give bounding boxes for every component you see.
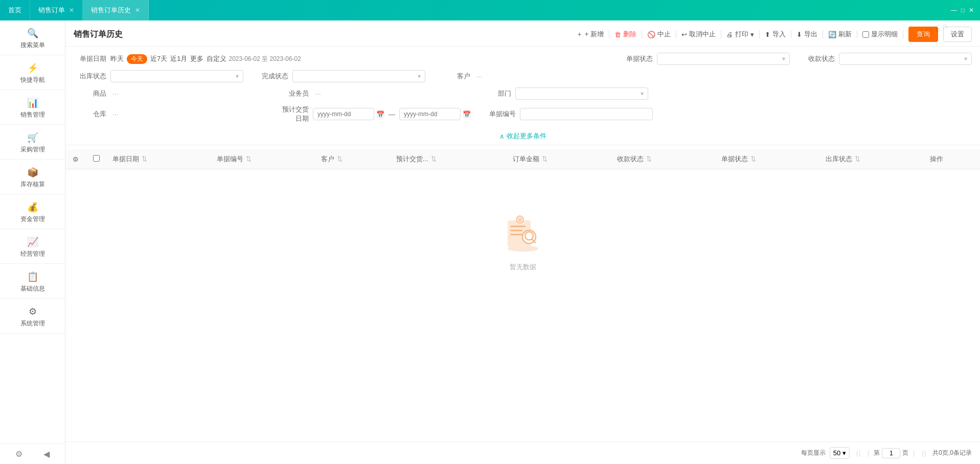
export-icon: ⬇: [796, 31, 802, 38]
warehouse-label: 仓库: [74, 109, 110, 119]
sidebar-item-sales[interactable]: 📊 销售管理: [0, 90, 65, 125]
th-settings[interactable]: ⚙: [65, 149, 86, 169]
customer-dots-button[interactable]: ···: [476, 72, 483, 80]
page-size-select[interactable]: 50 ▾: [830, 447, 850, 459]
th-checkbox[interactable]: [86, 149, 106, 169]
th-outbound-status[interactable]: 出库状态 ⇅: [819, 149, 924, 169]
receipt-status-select[interactable]: ▾: [839, 53, 972, 65]
display-detail-checkbox-label[interactable]: 显示明细: [862, 30, 898, 39]
date-more[interactable]: 更多: [190, 54, 203, 63]
empty-illustration: [497, 210, 549, 256]
sidebar-item-purchase[interactable]: 🛒 采购管理: [0, 125, 65, 160]
last-page-button[interactable]: ⟩⟩: [919, 449, 928, 457]
prev-page-button[interactable]: ⟨: [865, 449, 872, 457]
inventory-icon: 📦: [27, 167, 38, 178]
order-no-input[interactable]: [525, 111, 648, 118]
goods-dots-button[interactable]: ···: [112, 90, 119, 98]
complete-select[interactable]: ▾: [292, 70, 425, 82]
tab-sales-history-close[interactable]: ✕: [135, 7, 140, 14]
pagination: 每页显示 50 ▾ ⟨⟨ ⟨ 第 页 ⟩ ⟩⟩ 共0页,0条记录: [65, 441, 980, 464]
sidebar-item-basic-info[interactable]: 📋 基础信息: [0, 264, 65, 299]
sidebar-item-inventory[interactable]: 📦 库存核算: [0, 160, 65, 194]
th-outbound-status-sort-icon: ⇅: [855, 155, 860, 163]
order-no-label: 单据编号: [483, 109, 520, 119]
sidebar-item-operations[interactable]: 📈 经营管理: [0, 229, 65, 264]
delete-button[interactable]: 🗑 删除: [614, 30, 636, 39]
sidebar-item-system[interactable]: ⚙ 系统管理: [0, 299, 65, 334]
date-yesterday[interactable]: 昨天: [110, 54, 124, 63]
cancel-stop-button[interactable]: ↩ 取消中止: [681, 30, 716, 39]
svg-rect-3: [510, 230, 522, 231]
th-amount[interactable]: 订单金额 ⇅: [507, 149, 611, 169]
calendar-to-icon[interactable]: 📅: [463, 111, 471, 118]
tab-home[interactable]: 首页: [0, 0, 30, 20]
th-doc-status[interactable]: 单据状态 ⇅: [715, 149, 819, 169]
th-expected-date[interactable]: 预计交货... ⇅: [390, 149, 507, 169]
print-button[interactable]: 🖨 打印 ▾: [726, 30, 754, 39]
divider-8: [857, 30, 857, 38]
expected-date-label: 预计交货日期: [276, 105, 313, 123]
top-bar: 首页 销售订单 ✕ 销售订单历史 ✕ — □ ✕: [0, 0, 980, 20]
setting-button[interactable]: 设置: [943, 27, 972, 42]
table-area: ⚙ 单据日期 ⇅ 单据编号 ⇅: [65, 145, 980, 441]
sales-icon: 📊: [27, 97, 38, 108]
export-button[interactable]: ⬇ 导出: [796, 30, 817, 39]
sidebar-item-finance[interactable]: 💰 资金管理: [0, 194, 65, 229]
sidebar-item-search-label: 搜索菜单: [20, 41, 45, 50]
warehouse-dots-button[interactable]: ···: [112, 110, 119, 118]
sidebar-item-quick-nav[interactable]: ⚡ 快捷导航: [0, 55, 65, 90]
collapse-row[interactable]: ∧ 收起更多条件: [74, 128, 972, 145]
collapse-sidebar-icon[interactable]: ◀: [43, 449, 50, 459]
th-receipt-status-sort-icon: ⇅: [646, 155, 652, 163]
minimize-btn[interactable]: —: [951, 7, 957, 14]
total-info: 共0页,0条记录: [932, 449, 972, 457]
status-select[interactable]: ▾: [657, 53, 790, 65]
date-custom[interactable]: 自定义: [207, 54, 226, 63]
divider-5: [759, 30, 760, 38]
display-detail-checkbox[interactable]: [862, 31, 869, 38]
search-menu-icon: 🔍: [27, 28, 38, 39]
th-doc-status-sort-icon: ⇅: [750, 155, 756, 163]
receipt-status-arrow-icon: ▾: [964, 55, 967, 62]
tab-sales-history[interactable]: 销售订单历史 ✕: [83, 0, 149, 20]
date-today[interactable]: 今天: [127, 54, 147, 64]
import-button[interactable]: ⬆ 导入: [765, 30, 786, 39]
page-number-input[interactable]: [882, 448, 900, 458]
query-button[interactable]: 查询: [908, 27, 938, 42]
calendar-from-icon[interactable]: 📅: [376, 111, 384, 118]
tab-bar: 首页 销售订单 ✕ 销售订单历史 ✕: [0, 0, 951, 20]
maximize-btn[interactable]: □: [961, 7, 965, 14]
sidebar-item-search[interactable]: 🔍 搜索菜单: [0, 20, 65, 55]
date-1month[interactable]: 近1月: [170, 54, 187, 63]
stop-button[interactable]: 🚫 中止: [647, 30, 671, 39]
tab-sales-order-close[interactable]: ✕: [69, 7, 74, 14]
expected-date-to-input[interactable]: [399, 108, 461, 120]
refresh-button[interactable]: 🔄 刷新: [828, 30, 852, 39]
tab-sales-order[interactable]: 销售订单 ✕: [30, 0, 83, 20]
first-page-button[interactable]: ⟨⟨: [854, 449, 863, 457]
complete-label: 完成状态: [256, 72, 292, 81]
select-all-checkbox[interactable]: [93, 155, 100, 162]
salesperson-dots-button[interactable]: ···: [315, 90, 321, 98]
new-button[interactable]: ＋ + 新增: [576, 30, 604, 39]
th-doc-status-label: 单据状态: [721, 155, 748, 163]
page-header: 销售订单历史 ＋ + 新增 🗑 删除 🚫 中止 ↩: [65, 20, 980, 47]
close-btn[interactable]: ✕: [969, 7, 974, 14]
th-amount-sort-icon: ⇅: [542, 155, 548, 163]
settings-bottom-icon[interactable]: ⚙: [15, 449, 22, 459]
th-receipt-status[interactable]: 收款状态 ⇅: [611, 149, 715, 169]
date-dash: —: [389, 111, 395, 118]
tab-home-label: 首页: [8, 6, 21, 15]
sidebar-item-system-label: 系统管理: [20, 319, 45, 328]
department-select[interactable]: ▾: [515, 87, 648, 100]
complete-arrow-icon: ▾: [418, 73, 421, 80]
toolbar: ＋ + 新增 🗑 删除 🚫 中止 ↩ 取消中止: [576, 27, 972, 42]
th-customer[interactable]: 客户 ⇅: [315, 149, 390, 169]
delete-label: 删除: [623, 30, 636, 39]
th-order-no[interactable]: 单据编号 ⇅: [211, 149, 315, 169]
expected-date-from-input[interactable]: [313, 108, 374, 120]
outbound-select[interactable]: ▾: [110, 70, 243, 82]
th-date[interactable]: 单据日期 ⇅: [106, 149, 211, 169]
next-page-button[interactable]: ⟩: [910, 449, 917, 457]
date-7days[interactable]: 近7天: [150, 54, 167, 63]
